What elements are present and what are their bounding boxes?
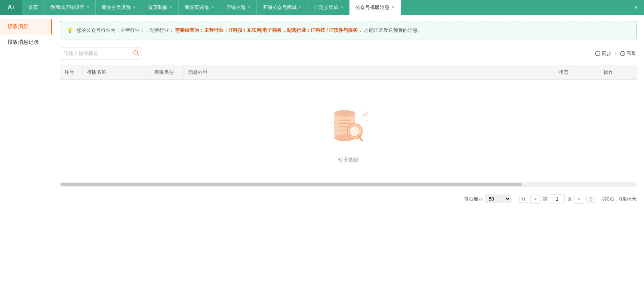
app-logo: Ai bbox=[0, 0, 22, 15]
tab-template-msg[interactable]: 公众号模版消息 × bbox=[349, 0, 401, 15]
tab-bar: Ai 首页 微商城店铺设置 × 商品分类设置 × 首页装修 × 商品页装修 × … bbox=[0, 0, 644, 15]
horizontal-scrollbar[interactable] bbox=[60, 182, 637, 187]
col-header-type: 模版类型 bbox=[150, 65, 184, 79]
content-area: 💡 您的公众号行业为：主营行业：，副营行业： 需要设置为：主营行业：IT科技 /… bbox=[52, 15, 644, 287]
col-header-action: 操作 bbox=[599, 65, 637, 79]
svg-point-6 bbox=[334, 110, 355, 117]
tab-home[interactable]: 首页 bbox=[22, 0, 44, 15]
search-bar: 同步 | ? 帮助 bbox=[60, 48, 637, 59]
tab-close-custom-menu[interactable]: × bbox=[341, 5, 343, 10]
table-header-row: 序号 模版名称 模版类型 消息内容 状态 操作 bbox=[60, 65, 637, 79]
tab-close-product-decor[interactable]: × bbox=[211, 5, 214, 10]
tab-product-decor[interactable]: 商品页装修 × bbox=[179, 0, 220, 15]
col-header-seq: 序号 bbox=[60, 65, 83, 79]
pagination: 每页显示 10 20 50 100 ⟨⟨ ＜ 第 页 ＞ ⟩⟩ 共0页，0条记录 bbox=[60, 190, 637, 204]
notice-icon: 💡 bbox=[67, 27, 73, 33]
empty-text: 暂无数据 bbox=[338, 157, 359, 164]
tab-product-category[interactable]: 商品分类设置 × bbox=[96, 0, 142, 15]
svg-point-15 bbox=[351, 128, 354, 131]
search-icon bbox=[133, 50, 139, 56]
svg-point-16 bbox=[363, 114, 366, 116]
next-page-button[interactable]: ＞ bbox=[574, 195, 584, 204]
first-page-button[interactable]: ⟨⟨ bbox=[519, 195, 528, 203]
tab-close-product-category[interactable]: × bbox=[133, 5, 136, 10]
global-close-button[interactable]: × bbox=[629, 4, 644, 11]
page-size-label: 每页显示 bbox=[464, 196, 483, 202]
page-size-select[interactable]: 10 20 50 100 bbox=[485, 195, 511, 203]
scrollbar-thumb[interactable] bbox=[61, 183, 522, 186]
tab-custom-menu[interactable]: 自定义菜单 × bbox=[308, 0, 349, 15]
help-icon: ? bbox=[620, 51, 625, 56]
tab-close-shop-theme[interactable]: × bbox=[248, 5, 250, 10]
svg-point-17 bbox=[366, 120, 368, 122]
data-table: 序号 模版名称 模版类型 消息内容 状态 操作 bbox=[60, 65, 637, 178]
svg-line-1 bbox=[137, 54, 139, 55]
tab-close-open-wechat-shop[interactable]: × bbox=[299, 5, 302, 10]
search-input-wrap bbox=[60, 48, 142, 59]
col-header-status: 状态 bbox=[554, 65, 599, 79]
tab-open-wechat-shop[interactable]: 开通公众号商城 × bbox=[257, 0, 308, 15]
tab-close-template-msg[interactable]: × bbox=[392, 5, 394, 10]
notice-box: 💡 您的公众号行业为：主营行业：，副营行业： 需要设置为：主营行业：IT科技 /… bbox=[60, 21, 637, 40]
tab-micro-shop-settings[interactable]: 微商城店铺设置 × bbox=[44, 0, 96, 15]
prev-page-button[interactable]: ＜ bbox=[530, 195, 540, 204]
search-button[interactable] bbox=[133, 50, 139, 57]
sync-icon bbox=[595, 51, 600, 56]
col-header-name: 模版名称 bbox=[83, 65, 150, 79]
sync-button[interactable]: 同步 bbox=[595, 50, 611, 57]
notice-prefix-text: 您的公众号行业为：主营行业：，副营行业： bbox=[77, 27, 174, 33]
svg-text:?: ? bbox=[622, 52, 623, 56]
sidebar: 模版消息 模版消息记录 bbox=[0, 15, 52, 287]
search-input[interactable] bbox=[60, 48, 142, 59]
page-label: 第 bbox=[543, 196, 548, 202]
tab-home-decor[interactable]: 首页装修 × bbox=[142, 0, 179, 15]
sidebar-item-template-msg[interactable]: 模版消息 bbox=[0, 19, 52, 34]
empty-illustration bbox=[324, 102, 373, 151]
page-number-input[interactable] bbox=[550, 194, 565, 204]
sidebar-item-template-msg-records[interactable]: 模版消息记录 bbox=[0, 34, 52, 50]
notice-suffix-text: 才能正常发送预置的消息。 bbox=[364, 27, 422, 33]
help-button[interactable]: ? 帮助 bbox=[620, 50, 637, 57]
tab-shop-theme[interactable]: 店铺主题 × bbox=[220, 0, 257, 15]
toolbar-divider: | bbox=[615, 51, 616, 56]
notice-highlight-text: 需要设置为：主营行业：IT科技 / 互联网|电子商务，副营行业：IT科技 / I… bbox=[175, 27, 363, 33]
tab-close-home-decor[interactable]: × bbox=[170, 5, 172, 10]
col-header-content: 消息内容 bbox=[184, 65, 554, 79]
page-size-select-wrap: 每页显示 10 20 50 100 bbox=[464, 195, 511, 203]
svg-point-18 bbox=[330, 122, 332, 123]
page-suffix: 页 bbox=[567, 196, 572, 202]
tab-close-micro-shop-settings[interactable]: × bbox=[87, 5, 89, 10]
page-total-info: 共0页，0条记录 bbox=[602, 196, 637, 202]
main-layout: 模版消息 模版消息记录 💡 您的公众号行业为：主营行业：，副营行业： 需要设置为… bbox=[0, 15, 644, 287]
empty-row: 暂无数据 bbox=[60, 79, 637, 178]
toolbar-right: 同步 | ? 帮助 bbox=[595, 50, 637, 57]
last-page-button[interactable]: ⟩⟩ bbox=[586, 195, 595, 203]
empty-state: 暂无数据 bbox=[60, 80, 637, 178]
